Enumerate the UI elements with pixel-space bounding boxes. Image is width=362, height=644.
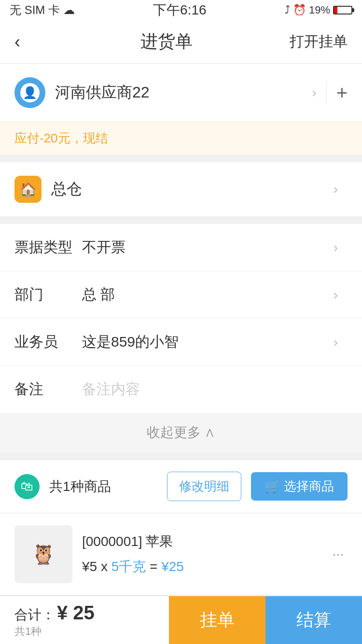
status-time: 下午6:16 <box>153 1 207 19</box>
total-label: 合计： <box>14 606 55 624</box>
products-icon: 🛍 <box>14 474 40 499</box>
collapse-label: 收起更多 ∧ <box>147 425 216 440</box>
product-price-row: ¥5 x 5千克 = ¥25 <box>82 558 319 576</box>
house-icon: 🏠 <box>20 182 37 197</box>
total-amount: ¥ 25 <box>57 602 95 624</box>
status-right: ⤴ ⏰ 19% <box>285 4 352 16</box>
department-value: 总 部 <box>82 285 334 305</box>
hang-label: 挂单 <box>200 608 235 632</box>
invoice-type-label: 票据类型 <box>14 238 72 257</box>
remark-input[interactable]: 备注内容 <box>82 379 348 399</box>
product-title: 苹果 <box>146 534 173 549</box>
hang-order-button[interactable]: 挂单 <box>169 596 265 644</box>
salesman-chevron-icon: › <box>334 335 338 350</box>
add-button[interactable]: + <box>336 82 348 104</box>
invoice-chevron-icon: › <box>334 240 338 255</box>
nav-bar: ‹ 进货单 打开挂单 <box>0 20 362 64</box>
invoice-type-row[interactable]: 票据类型 不开票 › <box>0 224 362 271</box>
form-section: 票据类型 不开票 › 部门 总 部 › 业务员 这是859的小智 › 备注 备注… <box>0 224 362 413</box>
product-name: [0000001] 苹果 <box>82 532 319 551</box>
notice-text: 应付-20元，现结 <box>14 131 108 145</box>
products-count-label: 共1种商品 <box>49 477 157 496</box>
bottom-bar: 合计： ¥ 25 共1种 挂单 结算 <box>0 596 362 644</box>
department-label: 部门 <box>14 285 72 305</box>
product-item: 🦉 [0000001] 苹果 ¥5 x 5千克 = ¥25 ··· <box>0 514 362 595</box>
battery-percent: 19% <box>309 4 330 16</box>
select-product-button[interactable]: 🛒 选择商品 <box>251 472 348 501</box>
product-thumbnail: 🦉 <box>14 525 72 583</box>
status-left: 无 SIM 卡 ☁ <box>10 2 75 18</box>
department-chevron-icon: › <box>334 287 338 303</box>
select-label: 选择商品 <box>284 478 334 495</box>
warehouse-icon: 🏠 <box>14 176 42 203</box>
department-row[interactable]: 部门 总 部 › <box>0 271 362 319</box>
product-more-button[interactable]: ··· <box>329 543 348 566</box>
checkout-label: 结算 <box>296 608 331 632</box>
supplier-row[interactable]: 👤 河南供应商22 › + <box>0 64 362 122</box>
supplier-chevron-icon: › <box>312 85 316 100</box>
product-code: [0000001] <box>82 534 142 549</box>
products-header: 🛍 共1种商品 修改明细 🛒 选择商品 <box>0 460 362 513</box>
divider <box>326 81 327 104</box>
sim-status: 无 SIM 卡 ☁ <box>10 2 75 18</box>
open-pending-button[interactable]: 打开挂单 <box>290 32 348 52</box>
product-thumb-icon: 🦉 <box>31 543 56 566</box>
page-title: 进货单 <box>140 30 193 54</box>
cart-icon: 🛍 <box>21 479 33 494</box>
supplier-name: 河南供应商22 <box>55 82 312 103</box>
location-icon: ⤴ <box>285 4 290 16</box>
warehouse-row[interactable]: 🏠 总仓 › <box>0 162 362 216</box>
supplier-avatar-icon: 👤 <box>20 83 40 102</box>
checkout-button[interactable]: 结算 <box>265 596 362 644</box>
alarm-icon: ⏰ <box>293 4 306 16</box>
supplier-card: 👤 河南供应商22 › + 应付-20元，现结 <box>0 64 362 154</box>
equals-sign: = <box>150 559 161 574</box>
status-bar: 无 SIM 卡 ☁ 下午6:16 ⤴ ⏰ 19% <box>0 0 362 20</box>
invoice-type-value: 不开票 <box>82 238 334 257</box>
main-content: 👤 河南供应商22 › + 应付-20元，现结 🏠 总仓 › 票据类型 不开票 … <box>0 64 362 644</box>
salesman-label: 业务员 <box>14 332 72 352</box>
product-total: ¥25 <box>161 559 184 574</box>
salesman-value: 这是859的小智 <box>82 332 334 352</box>
battery-icon <box>333 6 352 14</box>
notice-bar: 应付-20元，现结 <box>0 122 362 154</box>
warehouse-card[interactable]: 🏠 总仓 › <box>0 162 362 216</box>
back-button[interactable]: ‹ <box>14 32 43 52</box>
collapse-button[interactable]: 收起更多 ∧ <box>0 413 362 452</box>
select-icon: 🛒 <box>265 479 280 494</box>
multiply-sign: x <box>101 559 111 574</box>
salesman-row[interactable]: 业务员 这是859的小智 › <box>0 319 362 366</box>
unit-price: ¥5 <box>82 559 97 574</box>
total-sub-label: 共1种 <box>14 624 154 639</box>
warehouse-chevron-icon: › <box>334 182 338 197</box>
quantity: 5千克 <box>111 559 146 574</box>
remark-label: 备注 <box>14 379 72 399</box>
supplier-avatar: 👤 <box>14 77 45 108</box>
product-info: [0000001] 苹果 ¥5 x 5千克 = ¥25 <box>82 532 319 576</box>
modify-detail-button[interactable]: 修改明细 <box>167 472 241 501</box>
remark-row[interactable]: 备注 备注内容 <box>0 366 362 413</box>
total-section: 合计： ¥ 25 共1种 <box>0 596 169 644</box>
warehouse-name: 总仓 <box>51 179 334 200</box>
